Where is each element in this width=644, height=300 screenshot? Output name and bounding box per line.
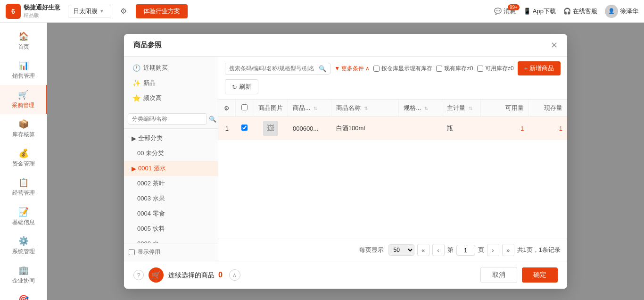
filter-button[interactable]: ▼ 更多条件 ∧	[334, 65, 370, 73]
category-search-icon[interactable]: 🔍	[209, 116, 216, 123]
category-item[interactable]: 0002 茶叶	[124, 176, 218, 191]
show-disabled-label[interactable]: 显示停用	[138, 248, 160, 256]
selected-count-label: 连续选择的商品 0	[168, 271, 224, 280]
col-spec-header: 规格... ⇅	[399, 100, 442, 117]
sidebar-item-inventory[interactable]: 📦 库存核算	[0, 114, 47, 143]
col-available-header: 可用量	[480, 100, 528, 117]
cta-button[interactable]: 体验行业方案	[136, 4, 188, 18]
product-table-wrap: ⚙ 商品图片 商品... ⇅	[218, 100, 567, 239]
product-spec-cell	[399, 117, 442, 140]
top-navigation: 6 畅捷通好生意 精品版 日太阳膜 ▼ ⚙ 体验行业方案 💬 消息 99+ 📱 …	[0, 0, 644, 23]
row-checkbox[interactable]	[241, 125, 248, 131]
category-item[interactable]: 00 未分类	[124, 146, 218, 161]
sidebar-item-finance[interactable]: 💰 资金管理	[0, 143, 47, 173]
product-thumbnail: 🖼	[263, 121, 278, 136]
modal-header: 商品参照 ✕	[124, 34, 567, 57]
settings-icon[interactable]: ⚙	[116, 4, 131, 19]
page-prefix: 第	[447, 246, 454, 254]
category-item[interactable]: 0003 水果	[124, 191, 218, 206]
sidebar-item-system[interactable]: ⚙️ 系统管理	[0, 231, 47, 260]
confirm-button[interactable]: 确定	[522, 267, 558, 283]
category-item-active[interactable]: ▶ 0001 酒水	[124, 161, 218, 176]
sidebar-item-guide[interactable]: 🎯 新手引导	[0, 290, 47, 300]
product-stock-cell: -1	[528, 117, 567, 140]
warehouse-checkbox[interactable]	[373, 66, 380, 72]
product-table: ⚙ 商品图片 商品... ⇅	[218, 100, 567, 140]
available-nonzero-checkbox[interactable]	[477, 66, 483, 72]
col-settings: ⚙	[218, 100, 236, 117]
product-search-input[interactable]	[229, 65, 319, 72]
refresh-button[interactable]: ↻ 刷新	[225, 79, 258, 94]
nonzero-stock-checkbox[interactable]	[436, 66, 442, 72]
help-icon[interactable]: ?	[133, 270, 144, 280]
sidebar: 🏠 首页 📊 销售管理 🛒 采购管理 📦 库存核算 💰 资金管理 📋 经营管理 …	[0, 23, 47, 300]
sort-spec-icon[interactable]: ⇅	[424, 106, 428, 111]
nav-selector[interactable]: 日太阳膜 ▼	[68, 5, 111, 18]
sort-icon[interactable]: ⇅	[314, 106, 317, 111]
frequent-tab[interactable]: ⭐ 频次高	[128, 91, 214, 106]
category-list: ▶ 全部分类 00 未分类 ▶ 0001 酒水 0002 茶	[124, 129, 218, 243]
notifications-button[interactable]: 💬 消息 99+	[494, 7, 516, 16]
basic-info-icon: 📝	[18, 207, 29, 217]
headset-icon: 🎧	[563, 8, 571, 15]
next-page-button[interactable]: ›	[487, 244, 499, 256]
first-page-button[interactable]: «	[417, 244, 429, 256]
content-area: 商品参照 ✕ 🕐 近期购买 ✨	[47, 23, 644, 300]
search-icon: 🔍	[319, 65, 326, 72]
per-page-label: 每页显示	[359, 246, 384, 254]
product-search-wrap: 🔍	[225, 63, 330, 75]
cancel-button[interactable]: 取消	[480, 267, 517, 283]
sidebar-item-purchase[interactable]: 🛒 采购管理	[0, 85, 47, 114]
table-row[interactable]: 1 🖼 000600... 白酒100ml	[218, 117, 567, 140]
nonzero-stock-filter[interactable]: 现有库存≠0	[436, 65, 473, 73]
col-name-header: 商品名称 ⇅	[331, 100, 399, 117]
category-item[interactable]: 0004 零食	[124, 206, 218, 221]
page-input[interactable]	[456, 245, 475, 256]
logo-text: 畅捷通好生意 精品版	[24, 3, 60, 19]
sidebar-item-enterprise[interactable]: 🏢 企业协同	[0, 260, 47, 290]
clock-icon: 🕐	[132, 64, 140, 72]
warehouse-filter[interactable]: 按仓库显示现有库存	[373, 65, 432, 73]
per-page-select[interactable]: 50 20 100	[388, 244, 414, 256]
sort-unit-icon[interactable]: ⇅	[469, 106, 472, 111]
prev-page-button[interactable]: ‹	[432, 244, 445, 256]
col-unit-header: 主计量 ⇅	[442, 100, 481, 117]
col-checkbox-header	[236, 100, 253, 117]
left-quick-tabs: 🕐 近期购买 ✨ 新品 ⭐ 频次高	[124, 57, 218, 109]
category-search-input[interactable]	[128, 113, 207, 125]
sidebar-item-management[interactable]: 📋 经营管理	[0, 173, 47, 202]
category-item[interactable]: 0005 饮料	[124, 221, 218, 236]
logo-icon: 6	[6, 4, 21, 19]
page-suffix: 页	[478, 246, 484, 254]
new-product-tab[interactable]: ✨ 新品	[128, 75, 214, 91]
cart-icon[interactable]: 🛒	[149, 267, 164, 283]
settings-col-icon[interactable]: ⚙	[224, 105, 230, 112]
sidebar-item-sales[interactable]: 📊 销售管理	[0, 56, 47, 85]
available-nonzero-filter[interactable]: 可用库存≠0	[477, 65, 514, 73]
star-icon: ⭐	[132, 94, 140, 102]
add-product-button[interactable]: + 新增商品	[518, 61, 561, 75]
purchase-icon: 🛒	[18, 90, 28, 100]
sidebar-item-basic-info[interactable]: 📝 基础信息	[0, 202, 47, 231]
modal-toolbar: 🔍 ▼ 更多条件 ∧ 按仓库显示现有库存	[218, 57, 567, 100]
category-item[interactable]: ▶ 全部分类	[124, 131, 218, 146]
inventory-icon: 📦	[18, 119, 29, 129]
product-unit-cell: 瓶	[442, 117, 481, 140]
recent-purchase-tab[interactable]: 🕐 近期购买	[128, 60, 214, 75]
category-item[interactable]: 0008 水	[124, 236, 218, 243]
last-page-button[interactable]: »	[502, 244, 514, 256]
collapse-footer-button[interactable]: ∧	[229, 269, 240, 281]
modal-right-panel: 🔍 ▼ 更多条件 ∧ 按仓库显示现有库存	[218, 57, 567, 261]
bell-icon: 💬	[494, 8, 502, 15]
show-disabled-checkbox[interactable]	[129, 249, 135, 255]
online-service-button[interactable]: 🎧 在线客服	[563, 7, 597, 16]
user-profile[interactable]: 👤 徐泽华	[605, 5, 638, 18]
sidebar-item-home[interactable]: 🏠 首页	[0, 26, 47, 56]
logo-area: 6 畅捷通好生意 精品版	[6, 3, 60, 19]
modal-close-button[interactable]: ✕	[551, 41, 558, 50]
guide-icon: 🎯	[18, 294, 29, 300]
product-name-cell: 白酒100ml	[331, 117, 399, 140]
select-all-checkbox[interactable]	[241, 104, 248, 110]
app-download-button[interactable]: 📱 App下载	[523, 7, 556, 16]
sort-name-icon[interactable]: ⇅	[364, 106, 368, 111]
